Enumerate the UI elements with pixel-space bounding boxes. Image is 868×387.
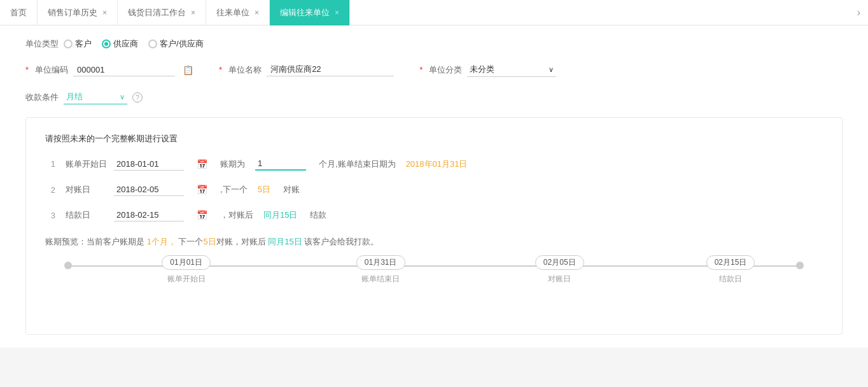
step-date-input-2[interactable] <box>114 183 184 196</box>
unit-type-group: 单位类型 客户 供应商 客户/供应商 <box>25 38 204 50</box>
timeline-node-label-3: 对账日 <box>548 274 571 285</box>
tab-sales-history[interactable]: 销售订单历史 × <box>38 0 118 25</box>
payment-terms-select[interactable]: 月结 ∨ <box>64 90 127 104</box>
timeline-node-box-1: 01月01日 <box>162 255 211 270</box>
step-desc-prefix-2: ,下一个 <box>220 184 248 195</box>
unit-type-row: 单位类型 客户 供应商 客户/供应商 <box>25 38 843 50</box>
preview-row: 账期预览：当前客户账期是 1个月， 下一个5日对账，对账后 同月15日 该客户会… <box>45 234 823 249</box>
unit-info-row: * 单位编码 📋 * 单位名称 * 单位分类 未分类 ∨ <box>25 62 843 77</box>
unit-name-required: * <box>219 65 222 74</box>
tab-more-button[interactable]: › <box>850 7 868 18</box>
radio-customer-circle <box>64 39 73 48</box>
step-row-1: 1 账单开始日 📅 账期为 个月,账单结束日期为 2018年01月31日 <box>45 157 823 171</box>
radio-group-unit-type: 客户 供应商 客户/供应商 <box>64 38 204 50</box>
step-date-input-3[interactable] <box>114 209 184 222</box>
preview-reconcile-highlight: 5日 <box>203 237 216 246</box>
preview-reconcile-suffix: 对账，对账后 <box>216 237 266 246</box>
step-label-2: 对账日 <box>66 184 104 195</box>
tab-partner[interactable]: 往来单位 × <box>206 0 270 25</box>
unit-category-select[interactable]: 未分类 ∨ <box>467 62 556 77</box>
unit-name-label: 单位名称 <box>228 64 262 76</box>
tab-home[interactable]: 首页 <box>0 0 38 25</box>
payment-terms-value: 月结 <box>66 91 117 102</box>
payment-terms-help-icon[interactable]: ? <box>132 92 143 102</box>
preview-payment-suffix: 该客户会给我打款。 <box>304 237 379 246</box>
step-row-2: 2 对账日 📅 ,下一个5日对账 <box>45 183 823 196</box>
timeline-node-label-2: 账单结束日 <box>361 274 400 285</box>
tab-close-sales-history[interactable]: × <box>102 8 107 17</box>
preview-reconcile-prefix: 下一个 <box>178 237 203 246</box>
radio-supplier-circle <box>102 39 111 48</box>
unit-type-label: 单位类型 <box>25 38 59 50</box>
unit-category-required: * <box>419 65 423 74</box>
unit-category-group: * 单位分类 未分类 ∨ <box>419 62 556 77</box>
unit-category-label: 单位分类 <box>429 64 462 76</box>
radio-customer[interactable]: 客户 <box>64 38 92 50</box>
timeline-node-label-4: 结款日 <box>719 274 742 285</box>
timeline-node-1: 01月01日 账单开始日 <box>162 255 211 285</box>
tab-cash-work[interactable]: 钱货日清工作台 × <box>118 0 206 25</box>
step-desc-suffix-3: 结款 <box>310 209 326 221</box>
timeline-node-box-4: 02月15日 <box>706 255 755 270</box>
step-desc-highlight-2: 5日 <box>258 184 270 195</box>
unit-name-group: * 单位名称 <box>219 64 394 76</box>
unit-code-icon[interactable]: 📋 <box>183 65 193 75</box>
step-desc-highlight-3: 同月15日 <box>263 209 297 221</box>
timeline-node-label-1: 账单开始日 <box>167 274 206 285</box>
step-calendar-icon-1[interactable]: 📅 <box>197 159 207 169</box>
step-row-3: 3 结款日 📅 ，对账后同月15日结款 <box>45 209 823 222</box>
step-num-2: 2 <box>45 185 55 195</box>
step-num-1: 1 <box>45 159 55 169</box>
timeline-node-box-3: 02月05日 <box>535 255 584 270</box>
step-label-1: 账单开始日 <box>66 158 104 170</box>
payment-terms-group: 收款条件 月结 ∨ ? <box>25 90 143 104</box>
radio-both-circle <box>148 39 157 48</box>
tab-close-partner[interactable]: × <box>255 8 259 17</box>
timeline-node-box-2: 01月31日 <box>356 255 405 270</box>
unit-category-value: 未分类 <box>470 64 546 75</box>
payment-terms-arrow: ∨ <box>120 93 125 101</box>
tabs-bar: 首页 销售订单历史 × 钱货日清工作台 × 往来单位 × 编辑往来单位 × › <box>0 0 868 25</box>
tab-edit-partner[interactable]: 编辑往来单位 × <box>270 0 350 25</box>
timeline-node-2: 01月31日 账单结束日 <box>356 255 405 285</box>
unit-code-required: * <box>25 65 29 74</box>
period-section: 请按照未来的一个完整帐期进行设置 1 账单开始日 📅 账期为 个月,账单结束日期… <box>25 117 843 335</box>
step-date-input-1[interactable] <box>114 158 184 171</box>
step-num-3: 3 <box>45 211 55 220</box>
tab-close-cash-work[interactable]: × <box>191 8 195 17</box>
payment-terms-row: 收款条件 月结 ∨ ? <box>25 90 843 104</box>
tab-close-edit-partner[interactable]: × <box>335 8 339 17</box>
step-period-input[interactable] <box>255 157 306 171</box>
payment-terms-label: 收款条件 <box>25 92 59 103</box>
timeline-node-4: 02月15日 结款日 <box>706 255 755 285</box>
step-desc-suffix-2: 对账 <box>283 184 300 195</box>
radio-both[interactable]: 客户/供应商 <box>148 38 204 50</box>
unit-code-group: * 单位编码 📋 <box>25 64 193 76</box>
step-period-unit: 个月,账单结束日期为 <box>319 158 396 170</box>
timeline: 01月01日 账单开始日 01月31日 账单结束日 02月05日 对账日 02月… <box>45 255 823 300</box>
step-calendar-icon-3[interactable]: 📅 <box>197 210 207 220</box>
timeline-right-dot <box>796 262 804 269</box>
step-calendar-icon-2[interactable]: 📅 <box>197 185 207 195</box>
preview-payment-highlight: 同月15日 <box>268 237 302 246</box>
step-period-label: 账期为 <box>220 158 245 170</box>
step-label-3: 结款日 <box>66 209 104 221</box>
unit-code-label: 单位编码 <box>35 64 68 76</box>
step-period-end: 2018年01月31日 <box>406 158 468 170</box>
unit-name-input[interactable] <box>267 64 394 76</box>
timeline-node-3: 02月05日 对账日 <box>535 255 584 285</box>
preview-prefix: 账期预览：当前客户账期是 <box>45 237 144 246</box>
section-title: 请按照未来的一个完整帐期进行设置 <box>45 133 823 144</box>
unit-category-arrow: ∨ <box>549 66 554 74</box>
preview-month: 1个月， <box>147 237 176 246</box>
radio-supplier[interactable]: 供应商 <box>102 38 138 50</box>
page-content: 单位类型 客户 供应商 客户/供应商 * 单位编码 <box>0 25 868 348</box>
unit-code-input[interactable] <box>73 64 175 76</box>
step-desc-prefix-3: ，对账后 <box>220 209 253 221</box>
